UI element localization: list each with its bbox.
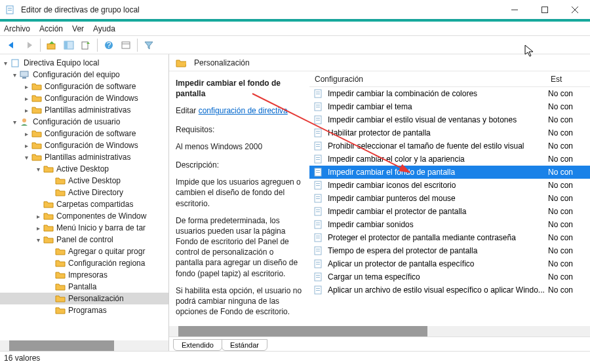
svg-rect-16 xyxy=(20,71,28,77)
svg-rect-32 xyxy=(316,144,320,145)
window-title: Editor de directivas de grupo local xyxy=(21,5,500,14)
menu-archivo[interactable]: Archivo xyxy=(4,24,30,33)
list-item-label: Prohibir seleccionar el tamaño de fuente… xyxy=(328,141,524,151)
close-button[interactable] xyxy=(560,0,590,20)
tree-item[interactable]: Active Directory xyxy=(0,187,168,198)
svg-rect-51 xyxy=(316,225,320,225)
list-row[interactable]: Impedir cambiar el protector de pantalla… xyxy=(309,205,590,218)
tree-control-panel[interactable]: ▾Panel de control xyxy=(0,234,168,246)
list-item-label: Impedir cambiar iconos del escritorio xyxy=(328,181,456,190)
tree-item[interactable]: ▸Configuración de Windows xyxy=(0,92,168,104)
tree-item[interactable]: ▸Plantillas administrativas xyxy=(0,104,168,116)
breadcrumb-label: Personalización xyxy=(194,58,250,67)
list-row[interactable]: Proteger el protector de pantalla median… xyxy=(309,231,590,244)
up-button[interactable] xyxy=(44,37,60,53)
tab-extended[interactable]: Extendido xyxy=(173,339,222,351)
forward-button[interactable] xyxy=(21,37,37,53)
list-row[interactable]: Impedir cambiar sonidosNo con xyxy=(309,218,590,231)
policy-item-icon xyxy=(313,259,324,268)
policy-item-icon xyxy=(313,207,324,216)
tree-item[interactable]: ▸Menú Inicio y barra de tar xyxy=(0,222,168,234)
menu-ver[interactable]: Ver xyxy=(72,24,84,33)
folder-icon xyxy=(31,82,42,91)
tree-item[interactable]: Active Desktop xyxy=(0,175,168,187)
tree-item[interactable]: Agregar o quitar progr xyxy=(0,246,168,257)
properties-button[interactable] xyxy=(118,37,134,53)
policy-item-icon xyxy=(313,115,324,124)
list-row[interactable]: Prohibir seleccionar el tamaño de fuente… xyxy=(309,139,590,153)
tree-computer-config[interactable]: ▾ Configuración del equipo xyxy=(0,69,168,81)
svg-rect-23 xyxy=(316,105,320,105)
tree-item[interactable]: ▸Configuración de software xyxy=(0,81,168,92)
list-row[interactable]: Tiempo de espera del protector de pantal… xyxy=(309,244,590,257)
svg-rect-50 xyxy=(316,223,320,223)
list-item-label: Impedir cambiar el tema xyxy=(328,102,412,111)
list-row[interactable]: Impedir cambiar el estilo visual de vent… xyxy=(309,113,590,126)
view-tabs: Extendido Estándar xyxy=(169,337,590,351)
menu-ayuda[interactable]: Ayuda xyxy=(93,24,115,33)
filter-button[interactable] xyxy=(141,37,157,53)
col-state[interactable]: Est xyxy=(545,75,567,84)
list-item-state: No con xyxy=(545,141,590,151)
list-row[interactable]: Impedir cambiar la combinación de colore… xyxy=(309,87,590,100)
tree-item[interactable]: ▸Configuración de software xyxy=(0,128,168,139)
tree-item[interactable]: ▸Componentes de Window xyxy=(0,210,168,222)
svg-rect-27 xyxy=(316,120,320,120)
list-row[interactable]: Impedir cambiar el color y la apariencia… xyxy=(309,153,590,166)
list-row[interactable]: Habilitar protector de pantallaNo con xyxy=(309,126,590,139)
menu-accion[interactable]: Acción xyxy=(39,24,63,33)
user-icon xyxy=(20,117,30,126)
svg-rect-20 xyxy=(316,92,320,92)
list-item-label: Impedir cambiar la combinación de colore… xyxy=(328,89,477,98)
maximize-button[interactable] xyxy=(530,0,560,20)
list-row[interactable]: Impedir cambiar iconos del escritorioNo … xyxy=(309,179,590,192)
folder-icon xyxy=(31,141,42,150)
right-hscroll-thumb[interactable] xyxy=(178,326,427,337)
list-row[interactable]: Impedir cambiar el temaNo con xyxy=(309,100,590,113)
toolbar: ? xyxy=(0,36,590,54)
svg-rect-13 xyxy=(122,42,130,48)
tab-standard[interactable]: Estándar xyxy=(222,339,267,351)
right-hscrollbar[interactable] xyxy=(169,326,590,337)
svg-rect-62 xyxy=(316,275,320,276)
tree-item[interactable]: Impresoras xyxy=(0,269,168,281)
tree-item[interactable]: Programas xyxy=(0,304,168,316)
computer-icon xyxy=(20,70,30,79)
list-item-state: No con xyxy=(545,128,590,137)
edit-policy-link[interactable]: configuración de directiva xyxy=(199,106,288,115)
tree-item[interactable]: Pantalla xyxy=(0,281,168,293)
tree-hscrollbar[interactable] xyxy=(0,340,168,351)
folder-icon xyxy=(55,282,66,291)
help-button[interactable]: ? xyxy=(101,37,117,53)
folder-icon xyxy=(31,153,42,162)
minimize-button[interactable] xyxy=(500,0,530,20)
svg-rect-45 xyxy=(316,198,320,199)
list-row[interactable]: Aplicar un protector de pantalla específ… xyxy=(309,257,590,270)
show-hide-tree-button[interactable] xyxy=(61,37,77,53)
list-body[interactable]: Impedir cambiar la combinación de colore… xyxy=(309,87,590,337)
tree-item[interactable]: Configuración regiona xyxy=(0,257,168,269)
col-configuration[interactable]: Configuración xyxy=(309,75,545,84)
list-row[interactable]: Cargar un tema específicoNo con xyxy=(309,270,590,283)
tree[interactable]: ▾ Directiva Equipo local ▾ Configuración… xyxy=(0,54,168,319)
list-item-label: Impedir cambiar el fondo de pantalla xyxy=(328,168,455,177)
back-button[interactable] xyxy=(4,37,20,53)
requirements-label: Requisitos: xyxy=(176,124,303,135)
list-row-selected[interactable]: Impedir cambiar el fondo de pantallaNo c… xyxy=(309,166,590,179)
titlebar: Editor de directivas de grupo local xyxy=(0,0,590,20)
tree-admin-templates[interactable]: ▾Plantillas administrativas xyxy=(0,151,168,163)
tree-item-selected[interactable]: Personalización xyxy=(0,293,168,304)
list-item-state: No con xyxy=(545,220,590,229)
list-header: Configuración Est xyxy=(309,71,590,87)
list-row[interactable]: Impedir cambiar punteros del mouseNo con xyxy=(309,192,590,205)
tree-hscroll-thumb[interactable] xyxy=(9,340,114,351)
tree-user-config[interactable]: ▾ Configuración de usuario xyxy=(0,116,168,128)
tree-active-desktop[interactable]: ▾Active Desktop xyxy=(0,163,168,175)
tree-root[interactable]: ▾ Directiva Equipo local xyxy=(0,57,168,69)
list-row[interactable]: Aplicar un archivo de estilo visual espe… xyxy=(309,283,590,297)
tree-item[interactable]: Carpetas compartidas xyxy=(0,198,168,210)
tree-item[interactable]: ▸Configuración de Windows xyxy=(0,139,168,151)
export-button[interactable] xyxy=(78,37,94,53)
svg-rect-29 xyxy=(316,131,320,132)
svg-rect-2 xyxy=(8,10,12,10)
